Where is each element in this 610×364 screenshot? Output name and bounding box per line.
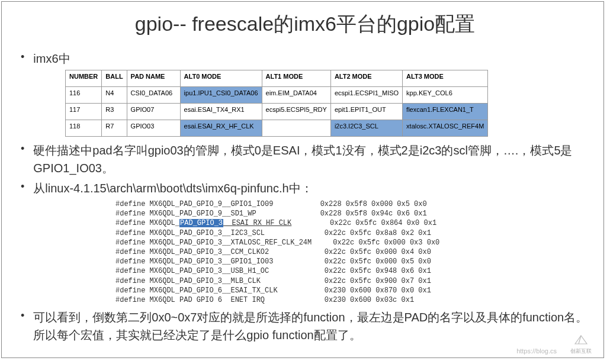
logo-text: 创新互联: [570, 347, 592, 355]
watermark-link: https://blog.cs: [516, 347, 557, 355]
logo-icon: [573, 333, 589, 346]
watermark-logo: 创新互联: [563, 332, 599, 356]
